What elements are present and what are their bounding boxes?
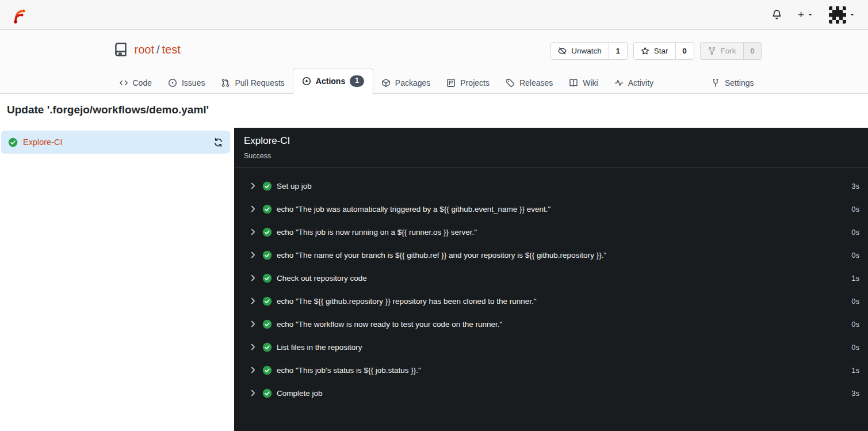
button-label: Fork [721,47,736,55]
step-success-icon [262,342,272,352]
top-navbar: + [0,0,868,30]
repo-title: root/test [113,42,181,57]
step-duration: 1s [851,274,859,283]
job-name: Explore-CI [23,138,63,147]
step-row[interactable]: Check out repository code 1s [234,266,868,289]
job-success-icon [8,138,18,147]
repo-tab[interactable]: Projects [438,71,498,94]
chevron-right-icon[interactable] [249,389,257,397]
chevron-right-icon[interactable] [249,205,257,213]
repo-tabs: Code Issues Pull Requests Actions 1 P [111,68,762,94]
tab-label: Actions [316,77,345,86]
repo-name-link[interactable]: test [162,43,181,56]
tab-label: Code [133,78,152,87]
step-row[interactable]: echo "This job is now running on a ${{ r… [234,220,868,243]
step-row[interactable]: echo "The job was automatically triggere… [234,197,868,220]
tag-icon [506,78,515,87]
step-success-icon [262,388,272,398]
step-row[interactable]: List files in the repository 0s [234,335,868,358]
button-count[interactable]: 0 [743,43,762,59]
chevron-right-icon[interactable] [249,274,257,282]
jobs-sidebar: Explore-CI [0,128,234,431]
forgejo-logo[interactable] [9,6,28,24]
step-duration: 3s [851,182,859,190]
caret-down-icon [849,12,855,18]
step-name: echo "The name of your branch is ${{ git… [277,251,606,260]
repo-tab[interactable]: Pull Requests [213,71,292,94]
tab-label: Activity [628,78,653,87]
eye-slash-icon [558,47,567,55]
job-list-item[interactable]: Explore-CI [1,131,230,154]
step-name: Set up job [277,182,312,190]
step-name: List files in the repository [277,343,362,352]
chevron-right-icon[interactable] [249,228,257,236]
tab-label: Releases [519,78,553,87]
chevron-right-icon[interactable] [249,182,257,190]
step-name: echo "This job is now running on a ${{ r… [277,228,477,237]
repo-action-button[interactable]: Fork 0 [700,42,762,60]
tab-label: Wiki [583,78,598,87]
button-label: Unwatch [571,47,602,55]
notifications-bell-icon[interactable] [771,9,782,20]
create-new-menu[interactable]: + [798,9,813,20]
repo-owner-link[interactable]: root [135,43,154,56]
chevron-right-icon[interactable] [249,251,257,259]
step-name: echo "The ${{ github.repository }} repos… [277,297,537,306]
run-title-bar: Update '.forgejo/workflows/demo.yaml' [0,94,868,128]
chevron-right-icon[interactable] [249,320,257,328]
step-duration: 0s [851,251,859,260]
step-row[interactable]: echo "The workflow is now ready to test … [234,312,868,335]
step-name: echo "This job's status is ${{ job.statu… [277,366,421,375]
repo-action-button[interactable]: Star 0 [633,42,694,60]
wiki-icon [569,78,578,87]
step-success-icon [262,319,272,329]
repo-action-button[interactable]: Unwatch 1 [550,42,628,60]
button-count[interactable]: 0 [675,43,694,59]
package-icon [381,78,391,87]
chevron-right-icon[interactable] [249,297,257,305]
step-row[interactable]: Complete job 3s [234,382,868,405]
step-duration: 0s [851,343,859,352]
step-success-icon [262,365,272,375]
repo-tab[interactable]: Actions 1 [293,68,373,94]
chevron-right-icon[interactable] [249,343,257,351]
step-duration: 0s [851,320,859,329]
step-success-icon [262,250,272,260]
step-duration: 3s [851,389,859,398]
step-success-icon [262,227,272,237]
settings-icon [711,78,720,87]
pull-request-icon [221,78,230,87]
tab-label: Issues [182,78,205,87]
job-log-panel: Explore-CI Success Set up job 3s echo "T… [234,128,868,431]
button-label: Star [654,47,668,55]
repo-tab[interactable]: Packages [373,71,438,94]
repo-path-separator: / [154,43,162,56]
step-row[interactable]: echo "The ${{ github.repository }} repos… [234,289,868,312]
step-row[interactable]: echo "This job's status is ${{ job.statu… [234,358,868,382]
step-name: echo "The job was automatically triggere… [277,205,550,213]
step-duration: 1s [851,366,859,375]
tab-label: Settings [725,78,754,87]
button-count[interactable]: 1 [609,43,627,59]
step-row[interactable]: Set up job 3s [234,174,868,197]
repo-tab[interactable]: Code [111,71,160,94]
step-name: echo "The workflow is now ready to test … [277,320,502,329]
tab-badge: 1 [350,75,364,87]
repo-tab[interactable]: Releases [498,71,561,94]
step-success-icon [262,204,272,214]
repo-tab[interactable]: Settings [703,71,762,94]
job-status-text: Success [244,152,858,160]
repo-tab[interactable]: Issues [160,71,213,94]
repo-tab[interactable]: Activity [606,71,661,94]
chevron-right-icon[interactable] [249,366,257,374]
repo-tab[interactable]: Wiki [561,71,606,94]
user-menu[interactable] [829,6,855,24]
star-icon [641,47,649,55]
fork-icon [708,47,716,55]
caret-down-icon [807,12,813,18]
tab-label: Pull Requests [235,78,284,87]
step-success-icon [262,181,272,191]
step-row[interactable]: echo "The name of your branch is ${{ git… [234,243,868,266]
rerun-job-icon[interactable] [213,138,223,147]
job-log-header: Explore-CI Success [234,128,868,167]
